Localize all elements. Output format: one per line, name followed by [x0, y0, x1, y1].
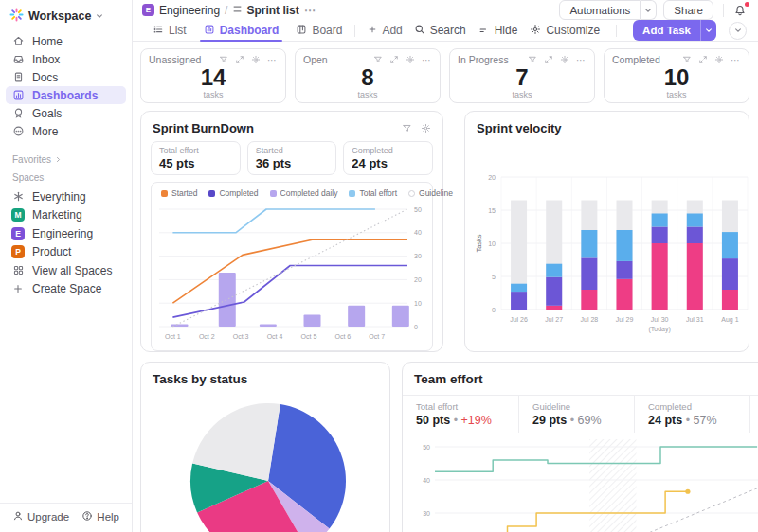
burndown-legend: Started Completed Completed daily Total …	[152, 183, 432, 198]
sidebar-item-inbox[interactable]: Inbox	[6, 50, 126, 68]
svg-text:Jul 28: Jul 28	[581, 316, 599, 323]
tab-dashboard[interactable]: Dashboard	[195, 20, 288, 41]
breadcrumb: E Engineering / Sprint list ⋯	[142, 4, 316, 17]
space-item-product[interactable]: P Product	[6, 243, 126, 262]
svg-text:Aug 1: Aug 1	[721, 316, 738, 324]
svg-text:Oct 5: Oct 5	[301, 333, 317, 340]
dashboard-view-icon	[204, 24, 215, 38]
customize-button[interactable]: Customize	[530, 24, 600, 38]
svg-text:Jul 30: Jul 30	[651, 316, 669, 323]
list-icon	[232, 4, 243, 17]
svg-text:40: 40	[423, 477, 430, 484]
sidebar-item-dashboards[interactable]: Dashboards	[6, 86, 126, 104]
space-item-everything[interactable]: Everything	[6, 187, 126, 206]
burndown-chart[interactable]: 01020304050Oct 1Oct 2Oct 3Oct 4Oct 5Oct …	[152, 198, 432, 350]
svg-text:Jul 31: Jul 31	[686, 316, 704, 323]
search-button[interactable]: Search	[414, 24, 466, 38]
stat-completed: Completed 24 pts	[343, 141, 433, 175]
widgets-row-2: Sprint BurnDown Total effort 45 pts Star…	[140, 111, 749, 352]
more-icon[interactable]: ⋯	[267, 55, 278, 65]
add-task-button[interactable]: Add Task	[633, 20, 700, 41]
breadcrumb-page[interactable]: Sprint list	[232, 4, 298, 17]
user-icon	[12, 510, 24, 523]
sidebar-item-label: Docs	[32, 71, 58, 84]
sidebar-item-home[interactable]: Home	[6, 32, 126, 50]
add-task-chevron-button[interactable]	[700, 20, 716, 41]
settings-icon[interactable]	[406, 55, 415, 64]
breadcrumb-more-icon[interactable]: ⋯	[304, 4, 317, 17]
expand-icon[interactable]	[235, 55, 244, 64]
settings-icon[interactable]	[714, 55, 724, 64]
stat-card-unassigned[interactable]: Unassigned ⋯ 14 tasks	[140, 48, 286, 103]
notifications-button[interactable]	[733, 4, 747, 17]
more-icon[interactable]: ⋯	[576, 55, 587, 65]
workspace-switcher[interactable]: Workspace	[0, 0, 132, 29]
add-view-button[interactable]: Add	[359, 20, 410, 41]
filter-icon[interactable]	[528, 55, 537, 64]
svg-text:15: 15	[488, 207, 496, 214]
velocity-chart[interactable]: 05101520TasksJul 26Jul 27Jul 28Jul 29Jul…	[465, 169, 749, 346]
tasks-by-status-pie-chart[interactable]	[141, 392, 389, 532]
help-icon	[81, 510, 93, 523]
widgets-row-3: Tasks by status Team effort Total effort…	[140, 362, 749, 532]
legend-item-completed-daily[interactable]: Completed daily	[270, 188, 338, 198]
settings-icon[interactable]	[421, 123, 431, 133]
svg-text:20: 20	[414, 276, 422, 283]
grid-icon	[11, 264, 25, 276]
stat-card-open[interactable]: Open ⋯ 8 tasks	[295, 48, 441, 103]
space-item-marketing[interactable]: M Marketing	[6, 206, 126, 225]
sidebar-item-goals[interactable]: Goals	[6, 104, 126, 122]
collapse-toolbar-button[interactable]	[729, 22, 747, 40]
svg-text:Oct 3: Oct 3	[233, 333, 249, 340]
help-button[interactable]: Help	[81, 510, 119, 523]
automations-button[interactable]: Automations	[559, 0, 641, 20]
upgrade-button[interactable]: Upgrade	[12, 510, 69, 523]
team-effort-chart[interactable]: 504030	[403, 435, 758, 532]
hide-button[interactable]: Hide	[478, 24, 518, 38]
view-all-spaces[interactable]: View all Spaces	[6, 261, 126, 280]
legend-item-completed[interactable]: Completed	[208, 188, 258, 198]
tab-label: Board	[312, 24, 342, 37]
breadcrumb-space[interactable]: Engineering	[159, 4, 220, 17]
document-icon	[11, 71, 25, 83]
create-space-label: Create Space	[32, 282, 101, 295]
app-window: Workspace Home Inbox Docs Dashboards	[0, 0, 758, 532]
main-area: E Engineering / Sprint list ⋯ Automation…	[133, 0, 758, 532]
automations-chevron-button[interactable]	[641, 0, 657, 20]
legend-item-guideline[interactable]: Guideline	[408, 188, 453, 198]
sidebar-item-docs[interactable]: Docs	[6, 68, 126, 86]
expand-icon[interactable]	[544, 55, 553, 64]
favorites-section[interactable]: Favorites	[0, 154, 132, 165]
card-title: Unassigned	[149, 54, 201, 65]
more-icon[interactable]: ⋯	[731, 55, 741, 65]
settings-icon[interactable]	[251, 55, 261, 64]
plus-icon	[368, 24, 377, 37]
spaces-section-label: Spaces	[0, 172, 132, 183]
svg-text:30: 30	[414, 253, 422, 259]
settings-icon[interactable]	[560, 55, 569, 64]
expand-icon[interactable]	[389, 55, 399, 64]
svg-text:5: 5	[492, 274, 496, 280]
filter-icon[interactable]	[682, 55, 692, 64]
card-unit: tasks	[303, 90, 432, 99]
tab-list[interactable]: List	[144, 20, 195, 41]
space-item-engineering[interactable]: E Engineering	[6, 224, 126, 243]
legend-item-total-effort[interactable]: Total effort	[349, 188, 397, 198]
svg-text:Oct 1: Oct 1	[165, 333, 181, 340]
filter-icon[interactable]	[373, 55, 383, 64]
tab-board[interactable]: Board	[287, 20, 351, 41]
share-button[interactable]: Share	[663, 0, 713, 20]
more-icon[interactable]: ⋯	[422, 55, 432, 65]
filter-icon[interactable]	[402, 123, 412, 133]
dashboards-icon	[11, 89, 25, 101]
create-space-button[interactable]: Create Space	[6, 280, 126, 299]
filter-icon[interactable]	[219, 55, 228, 64]
svg-text:0: 0	[414, 324, 418, 330]
stat-card-in-progress[interactable]: In Progress ⋯ 7 tasks	[449, 48, 595, 103]
legend-item-started[interactable]: Started	[161, 188, 197, 198]
plus-icon	[11, 283, 25, 294]
workspace-logo-icon	[9, 8, 24, 25]
sidebar-item-more[interactable]: More	[6, 122, 126, 140]
expand-icon[interactable]	[698, 55, 708, 64]
stat-card-completed[interactable]: Completed ⋯ 10 tasks	[604, 48, 749, 103]
